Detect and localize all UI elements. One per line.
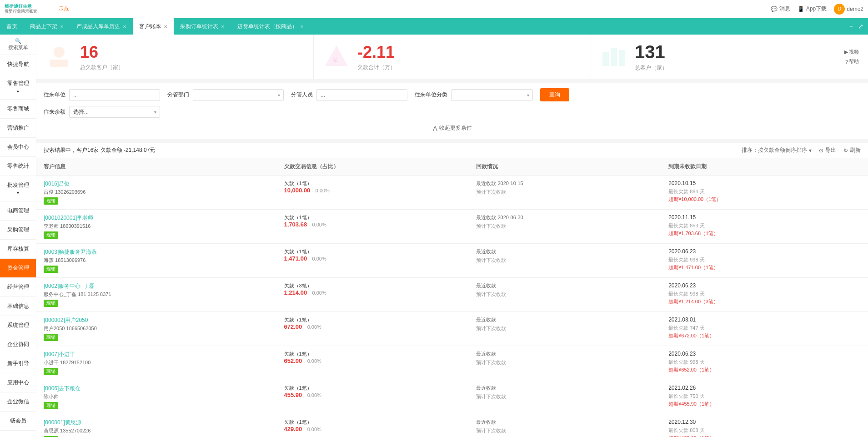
tab-product-shelf[interactable]: 商品上下架 ✕ bbox=[24, 18, 70, 35]
customer-name-3[interactable]: [0002]服务中心_丁磊 bbox=[44, 282, 284, 290]
sidebar-item-system[interactable]: 系统管理 bbox=[0, 316, 36, 335]
tab-close-production-history[interactable]: ✕ bbox=[123, 24, 126, 29]
customer-info-5: [0007]小进干 小进干 18279152100 现销 bbox=[44, 351, 284, 375]
tab-close-inbound-stat[interactable]: ✕ bbox=[300, 24, 304, 29]
sidebar-item-basic-info[interactable]: 基础信息 bbox=[0, 297, 36, 316]
debt-amount-3: 1,214.00 bbox=[284, 289, 307, 296]
overdue-amount-2[interactable]: 超期¥1,471.00（1笔） bbox=[668, 264, 861, 271]
dept-select[interactable] bbox=[193, 89, 284, 101]
debt-info-1: 欠款（1笔） 1,703.68 0.00% bbox=[284, 214, 477, 239]
overdue-amount-0[interactable]: 超期¥10,000.00（1笔） bbox=[668, 196, 861, 203]
customer-name-7[interactable]: [000001]黄思源 bbox=[44, 419, 284, 427]
payment-info-6: 最近收款 预计下次收款 bbox=[476, 385, 668, 409]
balance-label: 往来余额 bbox=[44, 108, 65, 116]
overdue-amount-7[interactable]: 超期¥429.00（1笔） bbox=[668, 435, 861, 437]
customer-tag-5: 现销 bbox=[44, 368, 58, 375]
customer-tag-2: 现销 bbox=[44, 266, 58, 273]
sidebar-search[interactable]: 🔍 搜索菜单 bbox=[0, 35, 36, 55]
sidebar-item-member-vip[interactable]: 畅会员 bbox=[0, 412, 36, 431]
due-info-0: 2020.10.15 最长欠款 884 天 超期¥10,000.00（1笔） bbox=[668, 180, 861, 205]
customer-name-4[interactable]: [000002]用户2050 bbox=[44, 316, 284, 324]
sidebar-item-capital[interactable]: 资金管理 bbox=[0, 259, 36, 278]
overdue-amount-4[interactable]: 超期¥672.00（1笔） bbox=[668, 332, 861, 339]
tab-minimize-btn[interactable]: － bbox=[848, 22, 854, 30]
debt-info-6: 欠款（1笔） 455.90 0.00% bbox=[284, 385, 477, 409]
tab-purchase-order[interactable]: 采购订单统计表 ✕ bbox=[174, 18, 231, 35]
tab-home[interactable]: 首页 bbox=[0, 18, 24, 35]
customer-name-2[interactable]: [0003]畅捷服务尹海蒸 bbox=[44, 248, 284, 256]
tab-maximize-btn[interactable]: ⤢ bbox=[858, 23, 863, 30]
sort-chevron-icon: ▾ bbox=[809, 147, 812, 154]
tab-bar-actions: － ⤢ bbox=[843, 22, 868, 30]
customer-info-7: [000001]黄思源 黄思源 13552700226 现销 bbox=[44, 419, 284, 437]
balance-select[interactable]: 选择... bbox=[69, 106, 160, 118]
sidebar-item-marketing[interactable]: 营销推广 bbox=[0, 119, 36, 138]
overdue-amount-1[interactable]: 超期¥1,703.68（1笔） bbox=[668, 230, 861, 237]
sidebar-item-retail-stats[interactable]: 零售统计 bbox=[0, 157, 36, 176]
collapse-btn[interactable]: ⋀ 收起更多条件 bbox=[44, 122, 861, 134]
query-button[interactable]: 查询 bbox=[540, 88, 569, 101]
customer-name-6[interactable]: [0006]去下粮仓 bbox=[44, 385, 284, 392]
tab-production-history[interactable]: 产成品入库单历史 ✕ bbox=[70, 18, 133, 35]
next-payment-5: 预计下次收款 bbox=[476, 359, 668, 366]
result-bar: 搜索结果中，客户16家 欠款金额 -21,148.07元 排序：按欠款金额倒序排… bbox=[36, 143, 868, 158]
app-download-btn[interactable]: 📱 App下载 bbox=[798, 5, 827, 13]
sidebar-item-batch-management[interactable]: 批发管理 ▼ bbox=[0, 176, 36, 201]
overdue-amount-6[interactable]: 超期¥455.90（1笔） bbox=[668, 401, 861, 407]
stat-total-customers: 131 总客户（家） ▶ 视频 ? 帮助 bbox=[591, 35, 868, 79]
overdue-amount-icon: ¥ bbox=[323, 43, 350, 70]
search-label: 搜索菜单 bbox=[0, 44, 36, 51]
customer-name-5[interactable]: [0007]小进干 bbox=[44, 351, 284, 358]
tab-bar: 首页 商品上下架 ✕ 产成品入库单历史 ✕ 客户账本 ✕ 采购订单统计表 ✕ 进… bbox=[0, 18, 868, 35]
due-date-0: 2020.10.15 bbox=[668, 180, 861, 186]
stat-overdue-customers: 16 总欠款客户（家） bbox=[36, 35, 314, 79]
recent-payment-6: 最近收款 bbox=[476, 385, 668, 392]
due-info-7: 2020.12.30 最长欠款 808 天 超期¥429.00（1笔） bbox=[668, 419, 861, 437]
refresh-btn[interactable]: ↻ 刷新 bbox=[843, 146, 861, 154]
tab-close-customer-account[interactable]: ✕ bbox=[164, 24, 167, 29]
tab-inbound-stat[interactable]: 进货单统计表（按商品） ✕ bbox=[231, 18, 310, 35]
overdue-amount-number: -2.11 bbox=[357, 43, 396, 62]
filter-row-1: 往来单位 分管部门 分管人员 往来单位分类 bbox=[44, 88, 861, 101]
unit-category-select[interactable] bbox=[451, 89, 533, 101]
tab-close-product-shelf[interactable]: ✕ bbox=[60, 24, 64, 29]
debt-desc-3: 欠款（3笔） bbox=[284, 282, 477, 289]
message-btn[interactable]: 💬 消息 bbox=[771, 5, 790, 13]
manager-input[interactable] bbox=[316, 89, 407, 101]
export-btn[interactable]: ⊙ 导出 bbox=[819, 146, 836, 154]
dept-select-wrap bbox=[193, 89, 284, 101]
tab-close-purchase-order[interactable]: ✕ bbox=[221, 24, 225, 29]
debt-percent-0: 0.00% bbox=[316, 188, 330, 193]
svg-rect-5 bbox=[611, 48, 617, 66]
sidebar-item-purchase-management[interactable]: 采购管理 bbox=[0, 221, 36, 240]
overdue-amount-5[interactable]: 超期¥652.00（1笔） bbox=[668, 367, 861, 373]
customer-contact-7: 黄思源 13552700226 bbox=[44, 427, 284, 434]
debt-desc-6: 欠款（1笔） bbox=[284, 385, 477, 392]
sidebar-item-inventory[interactable]: 库存核算 bbox=[0, 240, 36, 259]
source-unit-input[interactable] bbox=[69, 89, 160, 101]
stat-overdue-amount: ¥ -2.11 欠款合计（万） bbox=[314, 35, 591, 79]
sidebar-item-retail-mall[interactable]: 零售商城 bbox=[0, 100, 36, 119]
user-area[interactable]: D demo2 bbox=[834, 4, 863, 15]
customer-name-1[interactable]: [0001020001]李老师 bbox=[44, 214, 284, 222]
debt-info-4: 欠款（1笔） 672.00 0.00% bbox=[284, 316, 477, 341]
video-btn[interactable]: ▶ 视频 bbox=[844, 49, 859, 55]
due-date-4: 2021.03.01 bbox=[668, 316, 861, 323]
due-info-2: 2020.06.23 最长欠款 998 天 超期¥1,471.00（1笔） bbox=[668, 248, 861, 273]
tab-customer-account[interactable]: 客户账本 ✕ bbox=[133, 18, 174, 35]
sidebar-item-quick-nav[interactable]: 快捷导航 bbox=[0, 55, 36, 74]
overdue-amount-3[interactable]: 超期¥1,214.00（3笔） bbox=[668, 298, 861, 305]
sidebar-item-enterprise[interactable]: 企业协同 bbox=[0, 335, 36, 354]
overdue-days-3: 最长欠款 998 天 bbox=[668, 291, 861, 297]
customer-name-0[interactable]: [0016]吕俊 bbox=[44, 180, 284, 188]
sidebar-item-wecom[interactable]: 企业微信 bbox=[0, 392, 36, 412]
sidebar-item-member-center[interactable]: 会员中心 bbox=[0, 138, 36, 157]
sidebar-item-operations[interactable]: 经营管理 bbox=[0, 278, 36, 297]
sidebar-item-retail-management[interactable]: 零售管理 ▲ bbox=[0, 74, 36, 100]
help-btn[interactable]: ? 帮助 bbox=[845, 58, 859, 65]
sidebar-item-app-center[interactable]: 应用中心 bbox=[0, 373, 36, 392]
sidebar-item-ecommerce[interactable]: 电商管理 bbox=[0, 201, 36, 221]
sidebar-item-newcomer[interactable]: 新手引导 bbox=[0, 354, 36, 373]
chevron-batch-icon: ▼ bbox=[16, 191, 20, 195]
debt-amount-0: 10,000.00 bbox=[284, 187, 311, 194]
